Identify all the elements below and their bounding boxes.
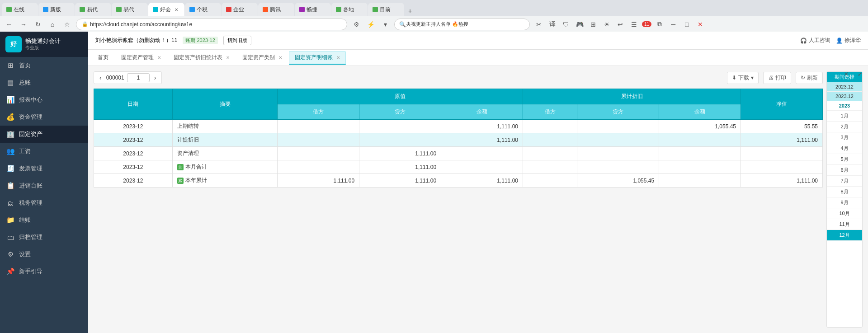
sidebar-item-guide[interactable]: 📌新手引导 [0,263,88,280]
support-button[interactable]: 🎧 人工咨询 [800,37,830,44]
period-month-5月[interactable]: 5月 [827,154,862,165]
browser-tab-t6[interactable]: 个税 [185,3,221,16]
browser-tab-t11[interactable]: 目前 [368,3,404,16]
app-tab-close-tab_fixed_detail[interactable]: ✕ [336,55,340,60]
prev-page-button[interactable]: ‹ [98,74,104,81]
period-selected-top[interactable]: 2023.12 [827,82,862,92]
print-button[interactable]: 🖨 打印 [763,72,791,84]
history-button[interactable]: ↩ [615,19,626,30]
tax-icon: 🗂 [6,199,14,207]
app-tab-tab_fixed_cat[interactable]: 固定资产类别✕ [236,51,288,65]
browser-tab-t2[interactable]: 新版 [38,3,75,16]
sidebar-label-funds: 资金管理 [19,113,42,121]
sidebar-item-home[interactable]: ⊞首页 [0,57,88,74]
sidebar-item-invoice[interactable]: 🧾发票管理 [0,160,88,177]
sidebar-item-settings[interactable]: ⚙设置 [0,246,88,263]
scissors-button[interactable]: ✂ [533,19,544,30]
period-month-1月[interactable]: 1月 [827,111,862,122]
maximize-button[interactable]: □ [681,19,692,30]
period-month-12月[interactable]: 12月 [827,230,862,241]
period-month-3月[interactable]: 3月 [827,132,862,143]
browser-tab-t9[interactable]: 畅捷 [295,3,331,16]
browser-tab-t3[interactable]: 易代 [75,3,111,16]
reload-button[interactable]: ↻ [33,19,43,30]
sidebar-item-purchase_sale[interactable]: 📋进销台账 [0,177,88,194]
fixed-icon: 🏢 [6,130,14,138]
table-row: 2023-12 资产清理 1,111.00 [94,147,823,160]
tab-close-icon[interactable]: ✕ [175,7,178,12]
menu-button[interactable]: ☰ [628,19,639,30]
app-tab-tab_home[interactable]: 首页 [92,51,114,65]
sidebar-item-tax[interactable]: 🗂税务管理 [0,194,88,211]
sidebar-item-fixed[interactable]: 🏢固定资产 [0,126,88,143]
new-tab-button[interactable]: + [405,5,415,16]
period-year[interactable]: 2023 [827,101,862,111]
app-tab-close-tab_fixed_cat[interactable]: ✕ [278,55,282,60]
close-window-button[interactable]: ✕ [695,19,706,30]
reports-icon: 📊 [6,96,14,104]
minimize-button[interactable]: ─ [668,19,679,30]
browser-tab-t4[interactable]: 易代 [112,3,148,16]
header-right: 🎧 人工咨询 👤 徐泽华 [800,37,861,44]
content-minimize-button[interactable]: ✕ [840,68,853,80]
sidebar-item-period_end[interactable]: 📁结账 [0,211,88,229]
app-tab-tab_fixed_detail[interactable]: 固定资产明细账✕ [289,51,346,65]
period-month-4月[interactable]: 4月 [827,143,862,154]
bookmark-button[interactable]: ☆ [61,19,72,30]
app-tab-tab_fixed_depr[interactable]: 固定资产折旧统计表✕ [168,51,236,65]
period-selected-bottom[interactable]: 2023.12 [827,92,862,101]
back-button[interactable]: ← [4,19,14,30]
refresh-button[interactable]: ↻ 刷新 [796,72,823,84]
cell-date: 2023-12 [94,160,173,174]
download-button[interactable]: ⬇ 下载 ▾ [727,72,759,84]
browser-tab-t1[interactable]: 在线 [2,3,38,16]
period-month-10月[interactable]: 10月 [827,208,862,219]
browser-chrome: 在线新版易代易代好会✕个税企业腾讯畅捷各地目前+ ← → ↻ ⌂ ☆ 🔒 htt… [0,0,868,32]
forward-button[interactable]: → [18,19,29,30]
app-tab-close-tab_fixed_mgmt[interactable]: ✕ [157,55,161,60]
window-restore-button[interactable]: ⧉ [654,19,665,30]
period-month-9月[interactable]: 9月 [827,197,862,208]
period-month-6月[interactable]: 6月 [827,165,862,176]
browser-tab-t8[interactable]: 腾讯 [258,3,294,16]
grid-button[interactable]: ⊞ [588,19,599,30]
dropdown-button[interactable]: ▾ [380,19,391,30]
tab-favicon [299,7,305,12]
translate-button[interactable]: 译 [547,19,558,30]
net-value-header: 净值 [741,89,823,120]
cell-summary: 资产清理 [172,147,277,160]
browser-search-bar[interactable]: 🔍 央视更新主持人名单 🔥热搜 [394,19,530,30]
browser-tab-t7[interactable]: 企业 [222,3,258,16]
sun-button[interactable]: ☀ [601,19,612,30]
sidebar-item-payroll[interactable]: 👥工资 [0,143,88,160]
app-tab-tab_fixed_mgmt[interactable]: 固定资产管理✕ [115,51,167,65]
sidebar-label-ledger: 总账 [19,79,31,87]
app-tab-close-tab_fixed_depr[interactable]: ✕ [226,55,230,60]
period-month-8月[interactable]: 8月 [827,187,862,197]
next-page-button[interactable]: › [152,74,158,81]
address-bar[interactable]: 🔒 https://cloud.chanjet.com/accounting/u… [76,19,347,30]
cell-date: 2023-12 [94,174,173,188]
cell-depr-balance [659,147,741,160]
browser-tab-t5[interactable]: 好会✕ [148,3,184,16]
version-switch-button[interactable]: 切到旧版 [223,36,251,45]
download-icon: ⬇ [732,75,736,81]
browser-tab-t10[interactable]: 各地 [331,3,368,16]
sidebar-item-funds[interactable]: 💰资金管理 [0,108,88,126]
user-info[interactable]: 👤 徐泽华 [836,37,861,44]
shield-button[interactable]: 🛡 [561,19,571,30]
lightning-button[interactable]: ⚡ [365,19,376,30]
sidebar-item-reports[interactable]: 📊报表中心 [0,91,88,108]
period-month-7月[interactable]: 7月 [827,176,862,187]
page-input[interactable]: 1 [127,73,150,82]
toolbar-right: ⬇ 下载 ▾ 🖨 打印 ↻ 刷新 [727,72,823,84]
period-month-11月[interactable]: 11月 [827,219,862,230]
period-month-2月[interactable]: 2月 [827,122,862,132]
home-button[interactable]: ⌂ [47,19,58,30]
extensions-button[interactable]: ⚙ [351,19,362,30]
sidebar-item-ledger[interactable]: ▤总账 [0,74,88,91]
game-button[interactable]: 🎮 [574,19,585,30]
sidebar-item-archive[interactable]: 🗃归档管理 [0,229,88,246]
notification-badge[interactable]: 11 [642,21,651,27]
content-maximize-button[interactable]: ⤢ [854,68,866,80]
